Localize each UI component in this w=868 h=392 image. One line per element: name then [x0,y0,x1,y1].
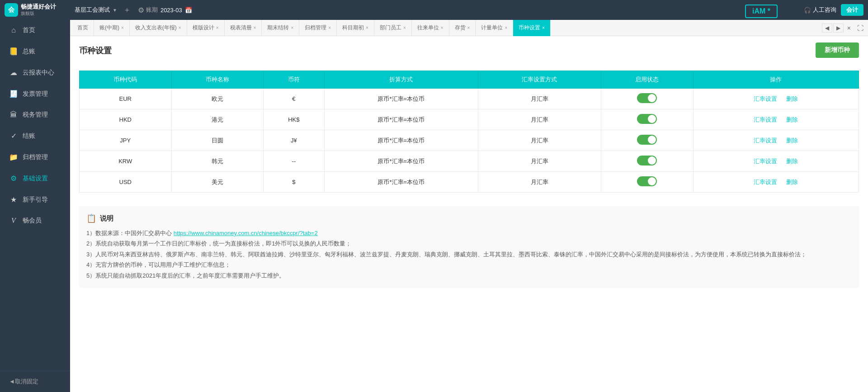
tab-archive-mgmt-close[interactable]: × [328,25,331,30]
tab-period-end[interactable]: 期末结转 × [262,20,299,36]
tab-annual-close[interactable]: × [179,25,181,30]
tab-period-end-close[interactable]: × [291,25,293,30]
toggle-switch[interactable] [637,135,657,145]
notes-link[interactable]: https://www.chinamoney.com.cn/chinese/bk… [174,230,318,236]
iam-badge[interactable]: iAM * [745,5,778,18]
rate-settings-link[interactable]: 汇率设置 [754,95,777,102]
col-header-symbol: 币符 [264,71,325,89]
cell-status[interactable] [601,151,693,172]
tab-currency[interactable]: 币种设置 × [513,20,551,36]
cell-actions[interactable]: 汇率设置 删除 [693,151,859,172]
tab-mid-label: 账(中期) [99,24,119,32]
delete-link[interactable]: 删除 [786,179,798,185]
workspace-selector[interactable]: 基层工会测试 ▼ [75,6,117,14]
cell-code: EUR [80,89,172,109]
delete-link[interactable]: 删除 [786,116,798,123]
notes-item: 4）无官方牌价的币种，可以用用户手工维护汇率信息； [86,260,852,270]
tab-archive-mgmt[interactable]: 归档管理 × [299,20,337,36]
tab-contacts-close[interactable]: × [441,25,443,30]
notes-icon: 📋 [86,213,96,223]
settings-sidebar-icon: ⚙ [9,174,18,183]
tab-home[interactable]: 首页 [72,20,94,36]
logo-icon: 会 [5,3,18,17]
sidebar-unpin[interactable]: ◄取消固定 [0,371,70,392]
tab-currency-close[interactable]: × [542,25,545,30]
cell-status[interactable] [601,89,693,109]
sidebar-item-reports[interactable]: ☁ 云报表中心 [0,62,70,83]
sidebar-item-guide[interactable]: ★ 新手引导 [0,189,70,210]
tab-bar: 首页 账(中期) × 收入支出表(年报) × 模版设计 × 税表清册 × [70,20,868,36]
toggle-switch[interactable] [637,176,657,186]
add-workspace-btn[interactable]: ＋ [122,4,132,17]
account-btn[interactable]: 会计 [841,4,863,16]
cell-name: 韩元 [171,151,264,172]
calendar-icon[interactable]: 📅 [185,7,192,14]
tab-inventory-label: 存货 [455,24,466,32]
col-header-rate-type: 汇率设置方式 [478,71,601,89]
tab-dept-close[interactable]: × [403,25,406,30]
new-currency-btn[interactable]: 新增币种 [816,43,859,58]
tab-next-btn[interactable]: ▶ [833,24,844,33]
cell-actions[interactable]: 汇率设置 删除 [693,89,859,109]
cell-status[interactable] [601,109,693,130]
tab-template-close[interactable]: × [216,25,219,30]
tab-close-all-btn[interactable]: × [844,24,854,33]
tab-contacts[interactable]: 往来单位 × [412,20,449,36]
toggle-thumb [648,94,656,102]
tab-taxform-close[interactable]: × [254,25,256,30]
headset-icon: 🎧 [804,7,811,14]
sidebar-item-home[interactable]: ⌂ 首页 [0,20,70,41]
tab-taxform[interactable]: 税表清册 × [225,20,262,36]
sidebar-item-ledger[interactable]: 📒 总账 [0,41,70,62]
rate-settings-link[interactable]: 汇率设置 [754,137,777,144]
cell-actions[interactable]: 汇率设置 删除 [693,130,859,151]
tab-inventory-close[interactable]: × [467,25,470,30]
delete-link[interactable]: 删除 [786,158,798,165]
cell-name: 日圆 [171,130,264,151]
tab-unit-close[interactable]: × [505,25,507,30]
col-header-status: 启用状态 [601,71,693,89]
col-header-conversion: 折算方式 [324,71,478,89]
tab-mid-close[interactable]: × [121,25,124,30]
toggle-switch[interactable] [637,93,657,103]
logo-area: 会 畅捷通好会计 旗舰版 [5,3,75,17]
tab-prev-btn[interactable]: ◀ [822,24,832,33]
sidebar-item-invoice[interactable]: 🧾 发票管理 [0,83,70,104]
sidebar-item-checkout[interactable]: ✓ 结账 [0,125,70,146]
tab-subject-init-close[interactable]: × [366,25,368,30]
cell-actions[interactable]: 汇率设置 删除 [693,109,859,130]
tab-dept[interactable]: 部门员工 × [374,20,412,36]
notes-title: 说明 [100,214,113,223]
sidebar-item-archive[interactable]: 📁 归档管理 [0,146,70,168]
sidebar-item-tax[interactable]: 🏛 税务管理 [0,104,70,125]
delete-link[interactable]: 删除 [786,137,798,144]
toggle-switch[interactable] [637,156,657,165]
sidebar-item-member[interactable]: V 畅会员 [0,210,70,231]
app-container: 会 畅捷通好会计 旗舰版 基层工会测试 ▼ ＋ ⚙ 账期 2023-03 📅 🎧… [0,0,868,392]
sidebar-item-settings[interactable]: ⚙ 基础设置 [0,168,70,189]
support-btn[interactable]: 🎧 人工咨询 [804,6,836,14]
rate-settings-link[interactable]: 汇率设置 [754,179,777,185]
sidebar-label-archive: 归档管理 [23,153,48,161]
cell-status[interactable] [601,130,693,151]
toggle-thumb [648,136,656,144]
delete-link[interactable]: 删除 [786,95,798,102]
tab-unit[interactable]: 计量单位 × [476,20,513,36]
rate-settings-link[interactable]: 汇率设置 [754,158,777,165]
rate-settings-link[interactable]: 汇率设置 [754,116,777,123]
cell-actions[interactable]: 汇率设置 删除 [693,172,859,193]
period-info: 账期 2023-03 📅 [146,6,192,14]
tab-period-end-label: 期末结转 [267,24,289,32]
tab-inventory[interactable]: 存货 × [449,20,476,36]
cell-status[interactable] [601,172,693,193]
cell-conversion: 原币*汇率=本位币 [324,172,478,193]
tab-annual[interactable]: 收入支出表(年报) × [130,20,187,36]
sidebar-label-checkout: 结账 [23,132,35,140]
tab-template[interactable]: 模版设计 × [187,20,225,36]
tab-expand-btn[interactable]: ⛶ [854,24,866,33]
toggle-switch[interactable] [637,114,657,124]
tab-mid[interactable]: 账(中期) × [94,20,130,36]
tab-subject-init[interactable]: 科目期初 × [337,20,374,36]
settings-icon[interactable]: ⚙ [136,4,146,16]
archive-icon: 📁 [9,153,18,161]
